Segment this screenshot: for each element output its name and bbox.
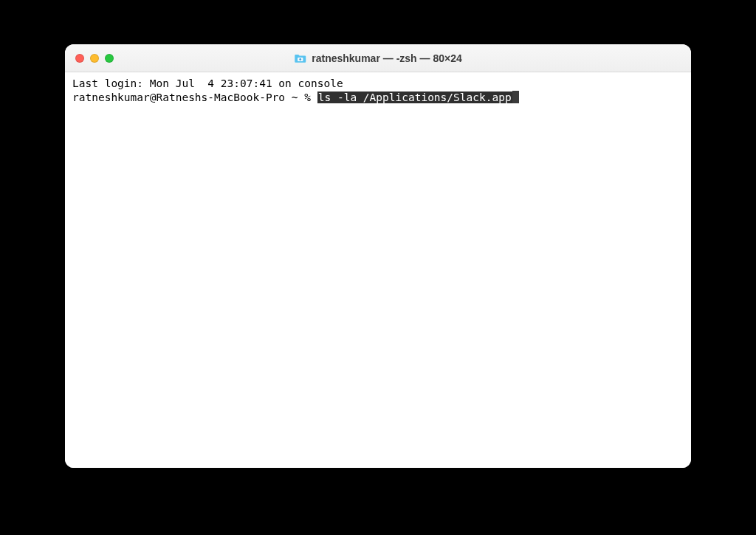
zoom-icon[interactable] [105,54,114,63]
window-title: ratneshkumar — -zsh — 80×24 [294,52,461,64]
svg-point-1 [299,58,301,61]
terminal-body[interactable]: Last login: Mon Jul 4 23:07:41 on consol… [65,72,691,468]
command-input-selection[interactable]: ls -la /Applications/Slack.app [317,92,512,103]
minimize-icon[interactable] [90,54,99,63]
close-icon[interactable] [75,54,84,63]
terminal-line-last-login: Last login: Mon Jul 4 23:07:41 on consol… [72,77,684,91]
terminal-prompt-line: ratneshkumar@Ratneshs-MacBook-Pro ~ % ls… [72,91,684,105]
window-titlebar[interactable]: ratneshkumar — -zsh — 80×24 [65,44,691,72]
cursor-icon [512,91,519,103]
terminal-window: ratneshkumar — -zsh — 80×24 Last login: … [65,44,691,468]
shell-prompt: ratneshkumar@Ratneshs-MacBook-Pro ~ % [72,92,317,103]
desktop: ratneshkumar — -zsh — 80×24 Last login: … [0,0,756,535]
folder-icon [294,53,306,63]
window-title-text: ratneshkumar — -zsh — 80×24 [312,52,461,64]
window-controls [75,54,114,63]
